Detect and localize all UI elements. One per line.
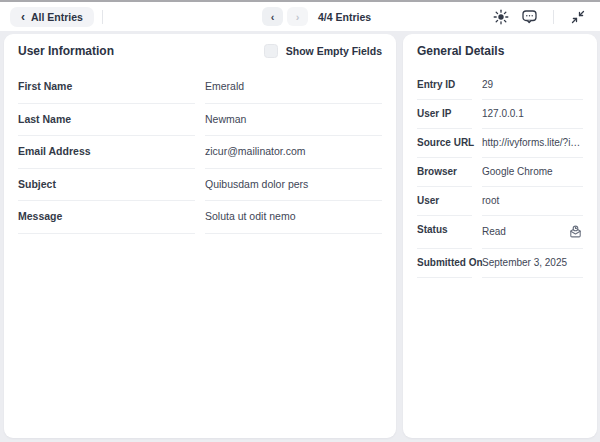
collapse-view-button[interactable] [566,6,590,28]
user-information-header: User Information Show Empty Fields [18,44,382,58]
sun-icon [493,9,509,25]
field-value: Emerald [205,71,382,104]
entry-pager: ‹ › 4/4 Entries [262,2,371,31]
detail-label: Source URL [417,129,472,158]
field-row-subject: Subject Quibusdam dolor pers [18,169,382,202]
detail-label: User IP [417,100,472,129]
field-label: Email Address [18,136,195,169]
detail-label: Entry ID [417,71,472,100]
field-label: Subject [18,169,195,202]
field-value: Soluta ut odit nemo [205,201,382,234]
user-information-title: User Information [18,44,114,58]
chat-bubble-icon [521,8,538,25]
detail-label: Status [417,216,472,249]
dark-mode-toggle-button[interactable] [489,6,513,28]
field-value: Quibusdam dolor pers [205,169,382,202]
detail-value: September 3, 2025 [482,249,583,278]
detail-label: Submitted On [417,249,472,278]
back-to-all-entries-button[interactable]: ‹ All Entries [10,7,94,27]
detail-row-submitted-on: Submitted On September 3, 2025 [417,249,583,278]
show-empty-fields-checkbox[interactable] [264,44,278,58]
previous-entry-button[interactable]: ‹ [262,7,283,26]
collapse-diagonal-arrows-icon [571,10,585,24]
detail-value: root [482,187,583,216]
feedback-button[interactable] [517,6,541,28]
show-empty-fields-toggle[interactable]: Show Empty Fields [264,44,382,58]
field-row-email-address: Email Address zicur@mailinator.com [18,136,382,169]
show-empty-fields-label: Show Empty Fields [286,45,382,57]
general-details-header: General Details [417,44,583,58]
user-information-panel: User Information Show Empty Fields First… [4,34,396,438]
detail-label: User [417,187,472,216]
chevron-left-icon: ‹ [21,11,25,23]
field-row-first-name: First Name Emerald [18,71,382,104]
mail-clock-icon[interactable] [568,224,583,239]
field-label: First Name [18,71,195,104]
detail-row-browser: Browser Google Chrome [417,158,583,187]
chevron-right-icon: › [296,11,300,23]
field-label: Message [18,201,195,234]
detail-label: Browser [417,158,472,187]
status-value: Read [482,226,506,237]
field-value: Newman [205,104,382,137]
detail-value: Google Chrome [482,158,583,187]
detail-value: 127.0.0.1 [482,100,583,129]
general-details-title: General Details [417,44,504,58]
detail-row-user: User root [417,187,583,216]
detail-row-status: Status Read [417,216,583,249]
toolbar: ‹ All Entries ‹ › 4/4 Entries [0,2,600,31]
back-button-label: All Entries [31,11,83,23]
entry-detail-content: User Information Show Empty Fields First… [4,34,597,438]
field-label: Last Name [18,104,195,137]
entries-count-label: 4/4 Entries [318,11,371,23]
toolbar-right-group [489,6,590,28]
next-entry-button[interactable]: › [287,7,308,26]
field-row-message: Message Soluta ut odit nemo [18,201,382,234]
detail-value-status: Read [482,216,583,249]
toolbar-divider [553,10,554,24]
detail-row-entry-id: Entry ID 29 [417,71,583,100]
detail-value-source-url: http://ivyforms.lite/?ivyforms_previe... [482,129,583,158]
detail-value: 29 [482,71,583,100]
detail-row-user-ip: User IP 127.0.0.1 [417,100,583,129]
chevron-left-icon: ‹ [271,11,275,23]
field-row-last-name: Last Name Newman [18,104,382,137]
general-details-panel: General Details Entry ID 29 User IP 127.… [403,34,597,438]
field-value: zicur@mailinator.com [205,136,382,169]
toolbar-divider [102,10,103,24]
detail-row-source-url: Source URL http://ivyforms.lite/?ivyform… [417,129,583,158]
